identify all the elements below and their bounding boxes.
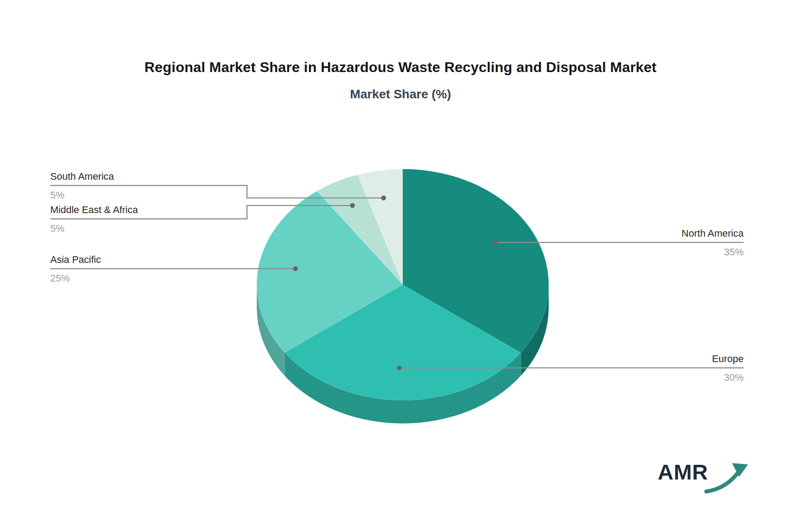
- pie-chart: [0, 0, 801, 532]
- label-south-america: South America 5%: [50, 171, 114, 201]
- region-value: 25%: [50, 273, 101, 284]
- growth-arrow-icon: [704, 461, 749, 494]
- region-name: Middle East & Africa: [50, 204, 138, 216]
- chart-canvas: Regional Market Share in Hazardous Waste…: [0, 0, 801, 532]
- region-value: 35%: [682, 246, 744, 258]
- label-north-america: North America 35%: [682, 228, 744, 258]
- region-value: 5%: [50, 189, 114, 201]
- leader-dot-asia-pacific: [293, 266, 298, 271]
- region-value: 30%: [712, 372, 744, 383]
- label-europe: Europe 30%: [712, 353, 744, 383]
- leader-dot-europe: [397, 366, 402, 371]
- leader-dot-south-america: [381, 196, 386, 201]
- label-asia-pacific: Asia Pacific 25%: [50, 254, 101, 284]
- region-name: North America: [682, 228, 744, 239]
- leader-dot-north-america: [493, 240, 498, 245]
- region-name: Europe: [712, 353, 744, 365]
- amr-logo: AMR: [658, 459, 733, 495]
- amr-logo-text: AMR: [658, 459, 708, 484]
- leader-dot-middle-east-and-africa: [350, 203, 355, 208]
- label-middle-east-and-africa: Middle East & Africa 5%: [50, 204, 138, 234]
- region-name: South America: [50, 171, 114, 182]
- region-value: 5%: [50, 223, 138, 234]
- region-name: Asia Pacific: [50, 254, 101, 266]
